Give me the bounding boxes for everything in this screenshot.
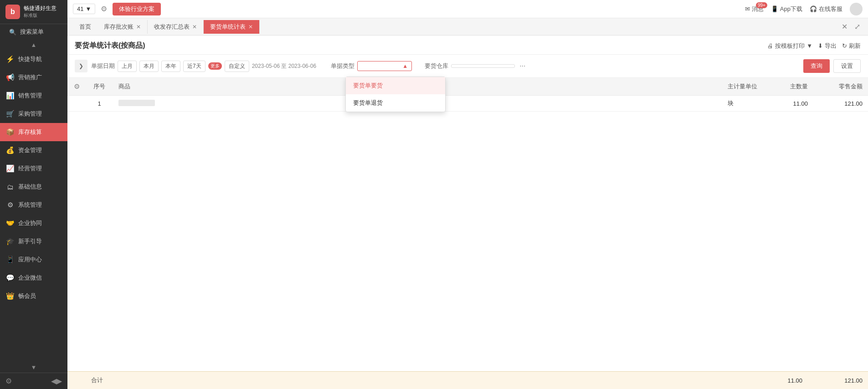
footer-qty: 11.00	[762, 377, 808, 384]
table-footer: 合计 11.00 121.00	[67, 371, 868, 389]
coop-icon: 🤝	[5, 219, 15, 228]
sidebar-item-basic[interactable]: 🗂 基础信息	[0, 178, 67, 196]
main-area: 41 ▼ ⚙ 体验行业方案 ✉ 消息 99+ 📱 App下载 🎧 在线客服 首页	[67, 0, 868, 389]
th-settings: ⚙	[67, 78, 86, 96]
th-num: 序号	[86, 78, 113, 96]
topbar: 41 ▼ ⚙ 体验行业方案 ✉ 消息 99+ 📱 App下载 🎧 在线客服	[67, 0, 868, 18]
tab-close-receive-summary[interactable]: ✕	[192, 24, 197, 30]
system-icon: ⚙	[5, 200, 15, 210]
branch-selector[interactable]: 41 ▼	[73, 4, 95, 14]
table-header-row: ⚙ 序号 商品 主计量单位 主数量 零售金额	[67, 78, 868, 96]
tab-bar: 首页 库存批次账 ✕ 收发存汇总表 ✕ 要货单统计表 ✕ ✕ ⤢	[67, 18, 868, 36]
app-download-btn[interactable]: 📱 App下载	[771, 5, 802, 13]
table-row: 1 块 11.00 121.00	[67, 96, 868, 112]
query-btn[interactable]: 查询	[803, 59, 830, 73]
sidebar-scroll-down[interactable]: ▼	[0, 362, 67, 373]
page-header: 要货单统计表(按商品) 🖨 按模板打印 ▼ ⬇ 导出 ↻ 刷新	[67, 36, 868, 55]
sidebar-item-inventory[interactable]: 📦 库存核算	[0, 123, 67, 141]
filter-collapse-btn[interactable]: ❯	[75, 60, 87, 72]
tab-close-order-stat[interactable]: ✕	[248, 24, 253, 30]
page-title: 要货单统计表(按商品)	[75, 41, 145, 51]
more-dates-badge[interactable]: 更多	[208, 62, 222, 70]
sidebar-item-purchase[interactable]: 🛒 采购管理	[0, 105, 67, 123]
sidebar-item-coop[interactable]: 🤝 企业协同	[0, 214, 67, 232]
date-btn-7days[interactable]: 近7天	[183, 61, 205, 72]
tab-home[interactable]: 首页	[73, 20, 98, 34]
window-controls: ✕ ⤢	[839, 22, 863, 31]
user-avatar[interactable]	[850, 3, 863, 15]
sidebar-scroll-up[interactable]: ▲	[0, 40, 67, 50]
footer-label: 合计	[73, 376, 103, 384]
type-select[interactable]: ▲	[357, 61, 412, 71]
sidebar: b 畅捷通好生意 标准版 🔍 搜索菜单 ▲ ⚡ 快捷导航 📢 营销推广 📊 销售…	[0, 0, 67, 389]
topbar-right: ✉ 消息 99+ 📱 App下载 🎧 在线客服	[745, 3, 863, 15]
date-filter-label: 单据日期	[91, 62, 115, 70]
filter-actions: 查询 设置	[803, 59, 861, 73]
warehouse-select[interactable]	[451, 64, 515, 68]
industry-btn[interactable]: 体验行业方案	[113, 3, 161, 15]
refresh-btn[interactable]: ↻ 刷新	[842, 42, 861, 50]
th-amount: 零售金额	[813, 78, 868, 96]
sidebar-search[interactable]: 🔍 搜索菜单	[0, 24, 67, 40]
type-select-arrow-icon: ▲	[402, 63, 408, 69]
sidebar-item-sales[interactable]: 📊 销售管理	[0, 87, 67, 105]
date-filter-group: 单据日期 上月 本月 本年 近7天 更多 自定义 2023-05-06 至 20…	[91, 61, 316, 72]
tab-inventory-batch[interactable]: 库存批次账 ✕	[98, 20, 148, 34]
date-btn-this-year[interactable]: 本年	[161, 61, 180, 72]
dropdown-item-order-goods[interactable]: 要货单要货	[346, 77, 445, 94]
sidebar-item-wechat[interactable]: 💬 企业微信	[0, 269, 67, 287]
online-service-btn[interactable]: 🎧 在线客服	[810, 5, 842, 13]
td-qty: 11.00	[768, 96, 813, 112]
data-table: ⚙ 序号 商品 主计量单位 主数量 零售金额 1	[67, 78, 868, 112]
tab-order-stat[interactable]: 要货单统计表 ✕	[204, 20, 260, 34]
th-qty: 主数量	[768, 78, 813, 96]
download-icon: 📱	[771, 5, 778, 12]
sidebar-nav: ⚡ 快捷导航 📢 营销推广 📊 销售管理 🛒 采购管理 📦 库存核算 💰 资金管…	[0, 50, 67, 362]
export-btn[interactable]: ⬇ 导出	[818, 42, 837, 50]
close-window-btn[interactable]: ✕	[839, 22, 850, 31]
message-btn[interactable]: ✉ 消息 99+	[745, 5, 764, 13]
finance-icon: 💰	[5, 146, 15, 155]
date-btn-custom[interactable]: 自定义	[225, 61, 249, 72]
sidebar-item-guide[interactable]: 🎓 新手引导	[0, 232, 67, 251]
app-logo-icon: b	[5, 5, 20, 19]
sidebar-item-finance[interactable]: 💰 资金管理	[0, 141, 67, 159]
filter-more-icon[interactable]: ···	[519, 62, 525, 70]
date-btn-last-month[interactable]: 上月	[118, 61, 137, 72]
sidebar-bottom: ⚙ ◀▶	[0, 373, 67, 389]
purchase-icon: 🛒	[5, 109, 15, 118]
settings-gear-icon[interactable]: ⚙	[5, 377, 12, 385]
operation-icon: 📈	[5, 164, 15, 173]
shortcut-icon: ⚡	[5, 55, 15, 64]
guide-icon: 🎓	[5, 237, 15, 246]
app-icon: 📱	[5, 255, 15, 264]
export-icon: ⬇	[818, 42, 823, 49]
date-btn-this-month[interactable]: 本月	[139, 61, 159, 72]
expand-window-btn[interactable]: ⤢	[852, 22, 863, 31]
sidebar-item-marketing[interactable]: 📢 营销推广	[0, 68, 67, 87]
td-settings	[67, 96, 86, 112]
td-unit: 块	[722, 96, 768, 112]
product-placeholder	[118, 100, 155, 106]
tab-close-inventory-batch[interactable]: ✕	[136, 24, 141, 30]
member-icon: 👑	[5, 292, 15, 301]
collapse-icon[interactable]: ◀▶	[51, 377, 62, 385]
settings-filter-btn[interactable]: 设置	[833, 59, 861, 73]
sidebar-item-member[interactable]: 👑 畅会员	[0, 287, 67, 305]
warehouse-filter-label: 要货仓库	[425, 62, 448, 70]
dropdown-item-order-return[interactable]: 要货单退货	[346, 94, 445, 112]
topbar-gear-icon[interactable]: ⚙	[101, 5, 107, 13]
print-btn[interactable]: 🖨 按模板打印 ▼	[767, 42, 812, 50]
table-settings-icon[interactable]: ⚙	[74, 82, 80, 90]
search-icon: 🔍	[9, 29, 16, 36]
td-num: 1	[86, 96, 113, 112]
th-unit: 主计量单位	[722, 78, 768, 96]
basic-icon: 🗂	[5, 182, 15, 191]
sidebar-item-operation[interactable]: 📈 经营管理	[0, 159, 67, 178]
footer-amount: 121.00	[808, 377, 863, 384]
type-dropdown: 要货单要货 要货单退货	[345, 77, 446, 112]
sidebar-item-system[interactable]: ⚙ 系统管理	[0, 196, 67, 214]
sidebar-item-shortcut[interactable]: ⚡ 快捷导航	[0, 50, 67, 68]
sidebar-item-app[interactable]: 📱 应用中心	[0, 251, 67, 269]
tab-receive-summary[interactable]: 收发存汇总表 ✕	[148, 20, 204, 34]
